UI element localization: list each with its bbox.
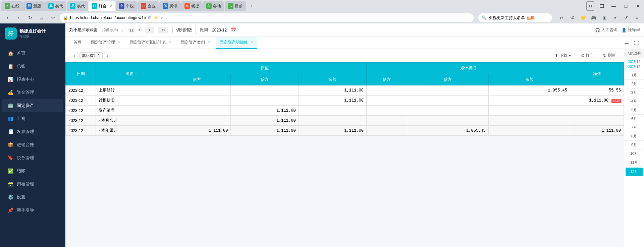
restore-window-btn[interactable]: 🗖: [597, 1, 606, 11]
account-selector[interactable]: 刘小艳演示账套 （勿删勿动！） 11 ▼: [69, 27, 141, 33]
minimize-btn[interactable]: —: [609, 1, 619, 11]
month-item-2[interactable]: 2月: [624, 80, 644, 88]
tab-asset-detail-ledger-close[interactable]: ✕: [251, 41, 253, 44]
tab-fixed-assets-mgmt-close[interactable]: ✕: [118, 41, 120, 44]
month-item-9[interactable]: 9月: [624, 141, 644, 149]
tab-depreciation-stats[interactable]: 固定资产折旧统计表 ✕: [126, 37, 175, 49]
translate-tool[interactable]: 译: [568, 13, 577, 22]
dropdown-icon[interactable]: ∨: [160, 15, 163, 20]
month-item-5[interactable]: 5月: [624, 106, 644, 115]
month-item-8[interactable]: 8月: [624, 132, 644, 141]
month-item-1[interactable]: 1月: [624, 71, 644, 80]
url-input[interactable]: 🔒 https://cloud.chanjet.com/accounting/u…: [60, 13, 474, 22]
browser-tab-8[interactable]: 腾 腾讯: [159, 1, 181, 11]
browser-tab-6[interactable]: 个 个税: [116, 1, 137, 11]
browser-tab-1[interactable]: e 在线: [1, 1, 23, 11]
month-item-4[interactable]: 4月: [624, 97, 644, 106]
account-name: 刘小艳演示账套: [69, 27, 98, 33]
sidebar-item-general-ledger[interactable]: 📋 总账: [2, 60, 63, 73]
back-btn[interactable]: ‹: [3, 13, 12, 22]
sidebar-item-reports[interactable]: 📊 报表中心: [2, 73, 63, 86]
cell-ov-credit: 1,111.00: [231, 116, 299, 126]
sidebar-item-closing[interactable]: ✅ 结账: [2, 165, 63, 177]
calendar-icon[interactable]: 📅: [231, 27, 236, 33]
month-item-3[interactable]: 3月: [624, 88, 644, 97]
grid-tool[interactable]: ⊞: [600, 13, 609, 22]
close-window-btn[interactable]: ✕: [633, 1, 643, 11]
maximize-btn[interactable]: □: [621, 1, 631, 11]
month-item-12[interactable]: 12月: [626, 168, 643, 176]
print-btn[interactable]: 🖨 打印: [578, 52, 596, 59]
sidebar-item-invoice[interactable]: 🧾 发票管理: [2, 125, 63, 138]
page-number[interactable]: 000001: [82, 53, 95, 58]
month-item-11[interactable]: 11月: [624, 158, 644, 167]
window-maximize-btn[interactable]: ⛶: [633, 40, 640, 46]
sidebar-item-guide[interactable]: 📌 新手引导: [2, 204, 63, 217]
sidebar-item-tax[interactable]: 🔖 税务管理: [2, 151, 63, 164]
month-item-7[interactable]: 7月: [624, 123, 644, 132]
toolbar-right: ⬇ 下载 ▾ 🖨 打印 ↻ 刷新: [552, 52, 619, 59]
support-btn[interactable]: 🎧 人工咨询: [595, 27, 618, 33]
sidebar-item-funds[interactable]: 💰 资金管理: [2, 86, 63, 99]
cell-ad-balance: 1,055.45: [488, 85, 570, 96]
refresh-btn[interactable]: ↻ 刷新: [600, 52, 619, 59]
history-tool[interactable]: ↺: [621, 13, 631, 22]
browser-tab-3[interactable]: 易 易代: [45, 1, 66, 11]
table-row[interactable]: 2023-12 ▪本月合计 1,111.00: [66, 116, 624, 126]
prev-page-btn[interactable]: ‹: [71, 52, 78, 59]
sidebar-item-settings[interactable]: ⚙️ 设置: [2, 191, 63, 203]
cell-date: 2023-12: [66, 106, 96, 116]
browser-tab-10[interactable]: 各 各地: [203, 1, 224, 11]
cell-summary: ▪本年累计: [96, 126, 163, 136]
wallet-tool[interactable]: 💛: [578, 13, 588, 22]
sidebar-item-payroll[interactable]: 👥 工资: [2, 112, 63, 125]
game-tool[interactable]: 🎮: [589, 13, 598, 22]
sidebar-item-home[interactable]: 🏠 首页: [2, 47, 63, 60]
table-row[interactable]: 2023-12 上期结转 1,111.00 1,055.45 55.55: [66, 85, 624, 96]
browser-tab-9[interactable]: M 畅捷: [181, 1, 203, 11]
switch-version-btn[interactable]: 切到旧版: [172, 26, 196, 34]
settings-small-btn[interactable]: ⚙: [158, 27, 168, 34]
browser-tab-4[interactable]: 易 易代: [67, 1, 88, 11]
window-minimize-btn[interactable]: —: [623, 40, 631, 46]
next-page-btn[interactable]: ›: [104, 52, 111, 59]
sidebar-item-fixed-assets[interactable]: 🏢 固定资产: [2, 99, 63, 112]
new-tab-button[interactable]: +: [247, 1, 256, 11]
download-btn[interactable]: ⬇ 下载 ▾: [552, 52, 574, 59]
browser-tab-5-close[interactable]: ✕: [109, 4, 112, 8]
scissors-tool[interactable]: ✂: [557, 13, 566, 22]
search-box[interactable]: 🔍 央视更新主持人名单 热搜: [478, 13, 552, 22]
browser-tab-7[interactable]: C 企业: [138, 1, 159, 11]
tab-asset-category-close[interactable]: ✕: [208, 41, 210, 44]
home-btn[interactable]: ⌂: [37, 13, 46, 22]
col-ad-debit: 借方: [366, 74, 407, 85]
tab-asset-detail-ledger[interactable]: 固定资产明细账 ✕: [216, 37, 257, 49]
browser-tab-2[interactable]: 新 新版: [23, 1, 45, 11]
closing-icon: ✅: [7, 168, 13, 174]
sidebar-item-archive[interactable]: 🗃️ 归档管理: [2, 178, 63, 190]
tab-depreciation-stats-close[interactable]: ✕: [169, 41, 171, 44]
sidebar-item-inventory[interactable]: 📦 进销台账: [2, 138, 63, 151]
more-tool[interactable]: ≡: [632, 13, 641, 22]
table-row[interactable]: 2023-12 计提折旧 1,111.00 1,111.00 2023: [66, 96, 624, 106]
month-item-10[interactable]: 10月: [624, 149, 644, 158]
tab-count-badge[interactable]: 11: [586, 1, 594, 11]
month-item-6[interactable]: 6月: [624, 115, 644, 123]
forward-btn[interactable]: ›: [14, 13, 23, 22]
sidebar-item-payroll-label: 工资: [17, 116, 25, 122]
browser-tab-5[interactable]: 好 好会 ✕: [89, 1, 115, 11]
table-row[interactable]: 2023-12 资产清理 1,111.00: [66, 106, 624, 116]
tab-home[interactable]: 首页: [69, 37, 86, 49]
bookmark-btn[interactable]: ☆: [48, 13, 58, 22]
add-account-btn[interactable]: +: [145, 27, 154, 34]
nav-arrows: ‹ 000001 1 ›: [71, 52, 111, 59]
refresh-btn[interactable]: ↻: [25, 13, 35, 22]
table-row[interactable]: 2023-12 ▪本年累计 1,111.00 1,111.00 1,111.00…: [66, 126, 624, 136]
tab-asset-category[interactable]: 固定资产类别 ✕: [177, 37, 214, 49]
user-btn[interactable]: 👤 徐译华: [622, 27, 640, 33]
tab-fixed-assets-mgmt[interactable]: 固定资产管理 ✕: [87, 37, 124, 49]
brightness-tool[interactable]: ☀: [610, 13, 620, 22]
period-end-date[interactable]: 2023.12: [626, 64, 643, 69]
browser-tab-11[interactable]: S 目前: [225, 1, 246, 11]
period-start-date[interactable]: 2023.12: [626, 59, 643, 64]
